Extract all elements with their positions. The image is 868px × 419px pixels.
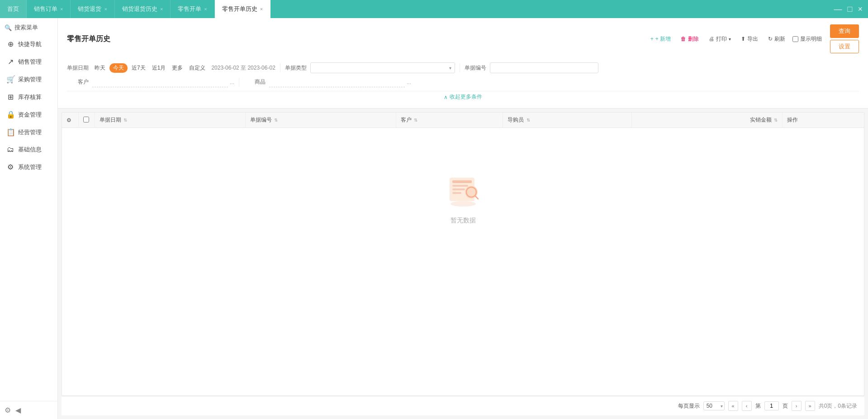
inventory-icon: ⊞ xyxy=(6,93,14,101)
table-wrap: ⚙ 单据日期 ⇅ 单据编号 ⇅ xyxy=(62,112,864,396)
goods-dots-btn[interactable]: ... xyxy=(407,79,411,85)
customer-input[interactable] xyxy=(92,77,228,87)
top-tabbar: 首页 销售订单 × 销货退货 × 销货退货历史 × 零售开单 × 零售开单历史 … xyxy=(0,0,868,18)
filter-row-1: 单据日期 昨天 今天 近7天 近1月 更多 自定义 2023-06-02 至 2… xyxy=(67,62,859,73)
doc-type-label: 单据类型 xyxy=(285,64,310,72)
collapse-bar[interactable]: ∧ 收起更多条件 xyxy=(67,91,859,104)
sys-mgmt-icon: ⚙ xyxy=(6,163,14,171)
select-all-checkbox[interactable] xyxy=(83,117,89,122)
tab-retail-open[interactable]: 零售开单 × xyxy=(171,0,214,18)
doc-number-input[interactable] xyxy=(490,62,598,73)
close-btn[interactable]: × xyxy=(858,5,863,14)
date-btn-7days[interactable]: 近7天 xyxy=(129,63,148,73)
next-page-btn[interactable]: › xyxy=(792,401,802,411)
settings-icon[interactable]: ⚙ xyxy=(66,117,71,123)
page-title: 零售开单历史 xyxy=(67,34,110,44)
setting-btn[interactable]: 设置 xyxy=(830,40,859,53)
doc-type-select[interactable] xyxy=(310,62,455,73)
sidebar-item-purchase-mgmt[interactable]: 🛒 采购管理 xyxy=(0,71,57,88)
prev-page-btn[interactable]: ‹ xyxy=(742,401,752,411)
tab-retail-open-close[interactable]: × xyxy=(204,6,207,12)
tab-sales-return-label: 销货退货 xyxy=(78,5,101,13)
sidebar-item-quick-nav[interactable]: ⊕ 快捷导航 xyxy=(0,35,57,53)
sidebar-collapse-btn[interactable]: ◀ xyxy=(15,406,21,414)
th-checkbox[interactable] xyxy=(78,113,95,128)
add-btn-label: + 新增 xyxy=(655,35,671,43)
page-number-input[interactable] xyxy=(764,401,779,410)
sort-customer-icon: ⇅ xyxy=(414,118,417,122)
tab-sales-order-close[interactable]: × xyxy=(60,6,63,12)
sidebar-item-quick-nav-label: 快捷导航 xyxy=(18,40,42,48)
tab-retail-open-history-label: 零售开单历史 xyxy=(222,5,257,13)
export-icon: ⬆ xyxy=(741,36,745,42)
tab-sales-order-label: 销售订单 xyxy=(34,5,57,13)
date-range-display: 2023-06-02 至 2023-06-02 xyxy=(211,64,275,72)
restore-btn[interactable]: □ xyxy=(848,5,853,14)
tab-sales-return-history-close[interactable]: × xyxy=(160,6,163,12)
minimize-btn[interactable]: — xyxy=(834,5,842,14)
sidebar-item-basic-info[interactable]: 🗂 基础信息 xyxy=(0,141,57,158)
refresh-btn[interactable]: ↻ 刷新 xyxy=(765,33,788,45)
sidebar-item-finance[interactable]: 🔒 资金管理 xyxy=(0,106,57,123)
delete-btn-label: 删除 xyxy=(688,35,699,43)
svg-rect-5 xyxy=(452,192,461,194)
export-btn[interactable]: ⬆ 导出 xyxy=(738,33,761,45)
date-btn-more[interactable]: 更多 xyxy=(170,63,185,73)
sidebar-item-operations-label: 经营管理 xyxy=(18,128,42,137)
display-cols-checkbox[interactable] xyxy=(792,36,798,42)
content-area: 零售开单历史 + + 新增 🗑 删除 🖨 打印 ▾ xyxy=(58,18,868,419)
tab-sales-order[interactable]: 销售订单 × xyxy=(27,0,71,18)
add-btn[interactable]: + + 新增 xyxy=(648,33,674,45)
page-header: 零售开单历史 + + 新增 🗑 删除 🖨 打印 ▾ xyxy=(58,18,868,108)
sidebar: 🔍 搜索菜单 ⊕ 快捷导航 ↗ 销售管理 🛒 采购管理 ⊞ 库存核算 🔒 资金管… xyxy=(0,18,58,419)
tab-sales-return[interactable]: 销货退货 × xyxy=(71,0,114,18)
sidebar-item-basic-info-label: 基础信息 xyxy=(18,146,42,154)
sort-amount-icon: ⇅ xyxy=(774,118,778,122)
query-btn[interactable]: 查询 xyxy=(830,24,859,38)
date-btn-custom[interactable]: 自定义 xyxy=(187,63,208,73)
purchase-mgmt-icon: 🛒 xyxy=(6,75,14,84)
th-amount[interactable]: 实销金额 ⇅ xyxy=(632,113,783,128)
toolbar: + + 新增 🗑 删除 🖨 打印 ▾ ⬆ 导出 xyxy=(648,24,859,53)
main-layout: 🔍 搜索菜单 ⊕ 快捷导航 ↗ 销售管理 🛒 采购管理 ⊞ 库存核算 🔒 资金管… xyxy=(0,18,868,419)
tab-sales-return-history[interactable]: 销货退货历史 × xyxy=(115,0,171,18)
first-page-btn[interactable]: « xyxy=(728,401,738,411)
th-customer[interactable]: 客户 ⇅ xyxy=(396,113,503,128)
sidebar-item-sales-mgmt[interactable]: ↗ 销售管理 xyxy=(0,53,57,71)
goods-input[interactable] xyxy=(269,77,405,87)
filter-divider-1 xyxy=(280,63,280,72)
display-cols-toggle[interactable]: 显示明细 xyxy=(792,35,822,43)
th-action: 操作 xyxy=(783,113,864,128)
window-controls: — □ × xyxy=(834,5,868,14)
th-guide[interactable]: 导购员 ⇅ xyxy=(503,113,632,128)
sidebar-item-sys-mgmt[interactable]: ⚙ 系统管理 xyxy=(0,158,57,176)
tab-home[interactable]: 首页 xyxy=(0,0,27,18)
customer-dots-btn[interactable]: ... xyxy=(230,79,234,85)
sidebar-settings-btn[interactable]: ⚙ xyxy=(5,406,11,414)
sidebar-item-inventory-label: 库存核算 xyxy=(18,93,42,101)
th-settings[interactable]: ⚙ xyxy=(62,113,78,128)
customer-label: 客户 xyxy=(67,78,92,86)
last-page-btn[interactable]: » xyxy=(805,401,815,411)
svg-rect-4 xyxy=(452,188,465,190)
print-btn[interactable]: 🖨 打印 ▾ xyxy=(706,33,734,45)
sidebar-item-inventory[interactable]: ⊞ 库存核算 xyxy=(0,88,57,106)
date-btn-today[interactable]: 今天 xyxy=(109,63,128,73)
tab-sales-return-close[interactable]: × xyxy=(104,6,107,12)
sidebar-item-operations[interactable]: 📋 经营管理 xyxy=(0,123,57,141)
tab-home-label: 首页 xyxy=(7,5,19,13)
empty-illustration xyxy=(441,164,486,209)
date-btn-yesterday[interactable]: 昨天 xyxy=(92,63,108,73)
date-btn-1month[interactable]: 近1月 xyxy=(150,63,168,73)
empty-state: 暂无数据 xyxy=(62,128,864,243)
sidebar-search[interactable]: 🔍 搜索菜单 xyxy=(0,20,57,35)
per-page-select[interactable]: 10 20 50 100 xyxy=(703,401,725,410)
delete-btn[interactable]: 🗑 删除 xyxy=(678,33,702,45)
sort-number-icon: ⇅ xyxy=(274,118,278,122)
svg-line-8 xyxy=(475,196,478,199)
tab-retail-open-history-close[interactable]: × xyxy=(260,6,263,12)
pagination-bar: 每页显示 10 20 50 100 ▾ « ‹ 第 页 › » 共0页，0条记录 xyxy=(62,396,864,415)
tab-retail-open-history[interactable]: 零售开单历史 × xyxy=(215,0,270,18)
th-number[interactable]: 单据编号 ⇅ xyxy=(245,113,396,128)
th-date[interactable]: 单据日期 ⇅ xyxy=(95,113,245,128)
